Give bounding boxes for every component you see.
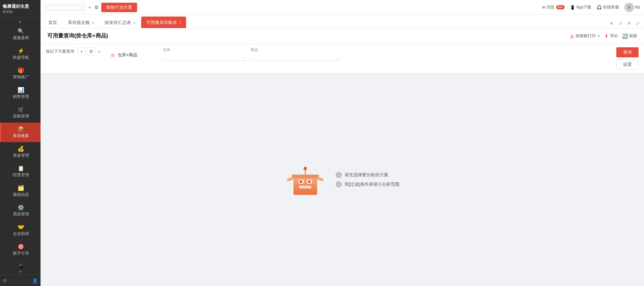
product-filter-field: 商品 ...	[251, 47, 340, 61]
sidebar-bottom: ⚙ 👤	[0, 275, 41, 286]
tab-label-receipt-summary: 收发存汇总表	[105, 20, 131, 26]
tab-batch-ledger[interactable]: 库存批次账×	[63, 17, 99, 28]
topbar-actions: ✉ 消息 99+ 📱 App下载 🎧 在线客服 R Rit	[542, 3, 640, 12]
username-label: Rit	[635, 5, 640, 10]
add-scheme-button[interactable]: +	[78, 47, 86, 55]
sidebar-icon-search: 🔍	[18, 28, 24, 34]
sidebar-item-apps[interactable]: 📱应用中心	[0, 260, 41, 268]
product-dots-button[interactable]: ...	[336, 54, 340, 59]
topbar-gear-icon[interactable]: ⚙	[94, 4, 99, 10]
message-icon: ✉	[542, 5, 545, 10]
refresh-action[interactable]: 🔄 刷新	[622, 33, 637, 39]
empty-illustration	[285, 159, 326, 200]
sidebar-item-search[interactable]: 🔍搜索菜单	[0, 25, 41, 44]
sidebar-icon-marketing: 🎁	[18, 67, 24, 74]
warehouse-input-row: ...	[163, 53, 247, 61]
scheme-item-label: 仓库+商品	[118, 52, 138, 58]
svg-point-6	[308, 180, 311, 183]
tab-receipt-summary[interactable]: 收发存汇总表×	[100, 17, 140, 28]
scheme-item-icon: ◎	[111, 52, 115, 58]
tab-close-batch-ledger[interactable]: ×	[92, 21, 94, 25]
sidebar-label-quick-nav: 快捷导航	[13, 55, 29, 60]
sidebar-item-newbie[interactable]: 🎯新手引导	[0, 240, 41, 260]
sidebar-label-operations: 经营管理	[13, 172, 29, 178]
svg-point-11	[304, 167, 307, 170]
app-download-label: App下载	[576, 4, 591, 10]
svg-point-5	[300, 180, 302, 183]
tab-home[interactable]: 首页	[43, 17, 62, 28]
sidebar-item-cooperation[interactable]: 🤝企业协同	[0, 220, 41, 240]
svg-point-12	[294, 171, 296, 172]
empty-state: 1 请先选择要分析的方案 2 用[过滤]条件来缩小分析范围	[41, 73, 644, 286]
tab-available-ledger[interactable]: 可用量库存账本×	[141, 17, 186, 28]
customer-service-label: 在线客服	[603, 4, 619, 10]
tab-label-batch-ledger: 库存批次账	[68, 20, 90, 26]
avatar-placeholder: R	[628, 5, 630, 9]
sidebar-scroll-up[interactable]: ▲	[0, 18, 41, 25]
sidebar-icon-basic: 🗂️	[18, 185, 24, 191]
sidebar-item-system[interactable]: ⚙️系统管理	[0, 201, 41, 220]
close-all-tabs-button[interactable]: ✕	[608, 20, 615, 27]
query-button[interactable]: 查询	[616, 47, 639, 57]
sidebar-item-quick-nav[interactable]: ⚡快捷导航	[0, 44, 41, 64]
sidebar-item-operations[interactable]: 📋经营管理	[0, 162, 41, 181]
empty-svg	[285, 159, 326, 200]
sidebar-header: 畅康通好生意 标准版	[0, 0, 41, 18]
search-input[interactable]	[47, 5, 74, 10]
step-2-number: 2	[336, 181, 342, 187]
sidebar-label-system: 系统管理	[13, 211, 29, 217]
warehouse-dots-button[interactable]: ...	[243, 54, 247, 59]
sidebar-item-inventory[interactable]: 📦库存核算	[0, 123, 41, 142]
refresh-icon: 🔄	[622, 33, 628, 39]
tab-close-available-ledger[interactable]: ×	[179, 21, 181, 25]
print-icon: 🖨	[569, 33, 574, 39]
sidebar-item-purchase[interactable]: 🛒采购管理	[0, 103, 41, 123]
avatar: R	[624, 3, 634, 12]
scheme-item-warehouse-product[interactable]: ◎ 仓库+商品	[105, 50, 159, 60]
sidebar-label-marketing: 营销推广	[13, 74, 29, 80]
message-action[interactable]: ✉ 消息 99+	[542, 4, 565, 10]
app-download-action[interactable]: 📱 App下载	[570, 4, 591, 10]
sidebar-icon-sales: 📊	[18, 87, 24, 93]
empty-step-1: 1 请先选择要分析的方案	[336, 172, 400, 178]
svg-rect-9	[316, 177, 324, 181]
scheme-settings-button[interactable]: ⚙	[87, 47, 95, 55]
maximize-button[interactable]: ⤢	[635, 20, 641, 27]
refresh-label: 刷新	[629, 33, 637, 39]
phone-icon: 📱	[570, 5, 575, 10]
settings-button[interactable]: 设置	[616, 59, 639, 70]
sidebar-scroll-down[interactable]: ▼	[0, 268, 41, 275]
industry-solution-button[interactable]: 体验行业方案	[101, 3, 137, 12]
sidebar-item-finance[interactable]: 💰资金管理	[0, 142, 41, 162]
print-action[interactable]: 🖨 按模板打印 ▼	[569, 33, 600, 39]
sidebar-user-icon[interactable]: 👤	[32, 278, 38, 283]
export-action[interactable]: ⬆ 导出	[604, 33, 618, 39]
topbar-search-box[interactable]	[45, 4, 85, 11]
sidebar-item-marketing[interactable]: 🎁营销推广	[0, 64, 41, 83]
content-area: 可用量查询(按仓库+商品) 🖨 按模板打印 ▼ ⬆ 导出 🔄 刷新 按以下方	[41, 28, 644, 286]
sidebar-item-sales[interactable]: 📊销售管理	[0, 83, 41, 103]
user-profile-action[interactable]: R Rit	[624, 3, 640, 12]
collapse-icon: «	[98, 49, 101, 54]
svg-rect-8	[287, 177, 294, 181]
sidebar-settings-icon[interactable]: ⚙	[3, 278, 7, 283]
sidebar-icon-quick-nav: ⚡	[18, 48, 24, 54]
filter-collapse-button[interactable]: «	[97, 49, 102, 54]
sidebar-label-search: 搜索菜单	[13, 35, 29, 41]
product-input[interactable]	[251, 54, 335, 59]
sidebar-item-basic[interactable]: 🗂️基础信息	[0, 181, 41, 201]
page-header-actions: 🖨 按模板打印 ▼ ⬆ 导出 🔄 刷新	[569, 33, 637, 39]
tab-close-receipt-summary[interactable]: ×	[133, 21, 135, 25]
print-dropdown-icon[interactable]: ▼	[597, 34, 600, 38]
warehouse-input[interactable]	[163, 54, 242, 59]
brand-name: 畅康通好生意	[3, 3, 38, 9]
close-all-tabs-button[interactable]: ✕	[626, 20, 633, 27]
svg-point-13	[315, 169, 316, 170]
filter-area: 按以下方案查询 + ⚙ « ◎ 仓库+商品	[41, 44, 644, 73]
page-header: 可用量查询(按仓库+商品) 🖨 按模板打印 ▼ ⬆ 导出 🔄 刷新	[41, 28, 644, 44]
sidebar-label-basic: 基础信息	[13, 192, 29, 198]
maximize-button[interactable]: ⤢	[617, 20, 624, 27]
search-dropdown-icon[interactable]: ▼	[88, 5, 92, 9]
customer-service-action[interactable]: 🎧 在线客服	[597, 4, 619, 10]
tabs-bar: 首页库存批次账×收发存汇总表×可用量库存账本× ✕ ⤢ ✕⤢	[41, 15, 644, 28]
